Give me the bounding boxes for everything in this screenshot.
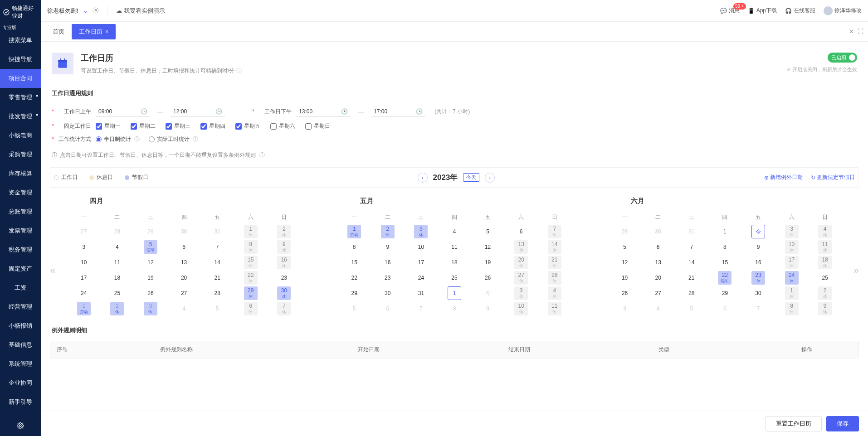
calendar-day[interactable]: 18 xyxy=(110,271,124,285)
sidebar-item-8[interactable]: 资金管理 xyxy=(0,183,41,202)
user-menu[interactable]: 徐泽华修改 xyxy=(824,6,862,15)
tab-home[interactable]: 首页 xyxy=(45,24,72,39)
calendar-day[interactable]: 21 xyxy=(685,271,698,285)
add-exception-link[interactable]: ⊕新增例外日期 xyxy=(764,174,803,181)
calendar-day[interactable]: 5 xyxy=(210,302,224,315)
calendar-day[interactable]: 6 xyxy=(514,225,528,238)
calendar-day[interactable]: 27休 xyxy=(514,271,528,285)
calendar-day[interactable]: 21 xyxy=(210,271,224,285)
sidebar-item-15[interactable]: 小畅报销 xyxy=(0,316,41,335)
calendar-day[interactable]: 30休 xyxy=(277,286,291,300)
update-holiday-link[interactable]: ↻更新法定节假日 xyxy=(811,174,855,181)
weekday-checkbox-3[interactable]: 星期四 xyxy=(200,122,225,130)
calendar-day[interactable]: 11休 xyxy=(818,240,832,254)
calendar-day[interactable]: 15 xyxy=(718,256,731,269)
calendar-day[interactable]: 8 xyxy=(347,240,361,254)
sidebar-item-14[interactable]: 经营管理 xyxy=(0,297,41,316)
calendar-day[interactable]: 10 xyxy=(77,256,91,269)
calendar-day[interactable]: 22休 xyxy=(244,271,258,285)
calendar-day[interactable]: 9休 xyxy=(818,302,832,315)
sidebar-item-5[interactable]: 小畅电商 xyxy=(0,126,41,145)
calendar-day[interactable]: 11 xyxy=(448,240,461,254)
calendar-day[interactable]: 28 xyxy=(685,286,698,300)
sidebar-item-12[interactable]: 固定资产 xyxy=(0,259,41,278)
calendar-day[interactable]: 29 xyxy=(718,286,731,300)
calendar-day[interactable]: 30 xyxy=(651,225,665,238)
weekday-checkbox-6[interactable]: 星期日 xyxy=(305,122,330,130)
calendar-day[interactable]: 15休 xyxy=(244,256,258,269)
service-button[interactable]: 🎧 在线客服 xyxy=(785,7,815,15)
calendar-day[interactable]: 5清明 xyxy=(144,240,157,254)
sidebar-settings-icon[interactable] xyxy=(0,417,41,436)
calendar-day[interactable]: 3休 xyxy=(785,225,799,238)
am-end-input[interactable]: 12:00🕒 xyxy=(171,107,225,117)
sidebar-item-1[interactable]: 快捷导航 xyxy=(0,50,41,69)
calendar-day[interactable]: 19 xyxy=(618,271,632,285)
calendar-day[interactable]: 2休 xyxy=(277,225,291,238)
calendar-day[interactable]: 9休 xyxy=(277,240,291,254)
calendar-day[interactable]: 9 xyxy=(751,240,765,254)
calendar-day[interactable]: 20 xyxy=(177,271,191,285)
calendar-day[interactable]: 13 xyxy=(177,256,191,269)
next-month-button[interactable]: » xyxy=(853,265,859,276)
sidebar-item-2[interactable]: 项目合同 xyxy=(0,69,41,88)
calendar-day[interactable]: 16 xyxy=(381,256,395,269)
calendar-day[interactable]: 8休 xyxy=(785,302,799,315)
sidebar-item-9[interactable]: 总账管理 xyxy=(0,202,41,221)
sidebar-item-10[interactable]: 发票管理 xyxy=(0,221,41,240)
gear-icon[interactable] xyxy=(93,7,99,15)
calendar-day[interactable]: 14休 xyxy=(548,240,561,254)
close-all-icon[interactable]: ✕ xyxy=(849,28,854,35)
calendar-day[interactable]: 12 xyxy=(481,240,495,254)
calendar-day[interactable]: 7 xyxy=(685,240,698,254)
calendar-day[interactable]: 2休 xyxy=(818,286,832,300)
calendar-day[interactable]: 3 xyxy=(77,240,91,254)
calendar-day[interactable]: 17休 xyxy=(785,256,799,269)
calendar-day[interactable]: 14 xyxy=(210,256,224,269)
calendar-day[interactable]: 2休 xyxy=(381,225,395,238)
calendar-day[interactable]: 1 xyxy=(448,286,461,300)
calendar-day[interactable]: 30 xyxy=(381,286,395,300)
calendar-day[interactable]: 5 xyxy=(685,302,698,315)
calendar-day[interactable]: 11 xyxy=(110,256,124,269)
prev-month-button[interactable]: « xyxy=(50,265,55,276)
today-button[interactable]: 今天 xyxy=(463,173,479,182)
am-start-input[interactable]: 09:00🕒 xyxy=(96,107,150,117)
sidebar-item-16[interactable]: 基础信息 xyxy=(0,335,41,354)
calendar-day[interactable]: 25 xyxy=(448,271,461,285)
calendar-day[interactable]: 7休 xyxy=(548,225,561,238)
next-year-button[interactable]: › xyxy=(485,173,495,183)
org-selector[interactable]: 徐老板勿删! ⌄ xyxy=(47,7,99,15)
calendar-day[interactable]: 13 xyxy=(651,256,665,269)
calendar-day[interactable]: 4 xyxy=(177,302,191,315)
calendar-day[interactable]: 26 xyxy=(618,286,632,300)
calendar-day[interactable]: 23 xyxy=(381,271,395,285)
calendar-day[interactable]: 10 xyxy=(414,240,428,254)
calendar-day[interactable]: 9 xyxy=(481,302,495,315)
prev-year-button[interactable]: ‹ xyxy=(418,173,428,183)
calendar-day[interactable]: 3休 xyxy=(144,302,157,315)
calendar-day[interactable]: 19 xyxy=(481,256,495,269)
calendar-day[interactable]: 31 xyxy=(210,225,224,238)
sidebar-item-0[interactable]: 搜索菜单 xyxy=(0,31,41,50)
weekday-checkbox-4[interactable]: 星期五 xyxy=(235,122,260,130)
help-icon[interactable]: ⓘ xyxy=(236,68,242,74)
calendar-day[interactable]: 12 xyxy=(144,256,157,269)
calendar-day[interactable]: 18休 xyxy=(818,256,832,269)
calendar-day[interactable]: 3休 xyxy=(414,225,428,238)
calendar-day[interactable]: 7 xyxy=(414,302,428,315)
sidebar-item-18[interactable]: 企业协同 xyxy=(0,373,41,392)
calendar-day[interactable]: 8 xyxy=(448,302,461,315)
calendar-day[interactable]: 24 xyxy=(77,286,91,300)
calendar-day[interactable]: 22 xyxy=(347,271,361,285)
half-day-radio[interactable]: 半日制统计ⓘ xyxy=(96,136,140,143)
calendar-day[interactable]: 25 xyxy=(818,271,832,285)
help-icon[interactable]: ⓘ xyxy=(134,136,140,143)
calendar-day[interactable]: 7 xyxy=(210,240,224,254)
calendar-day[interactable]: 12 xyxy=(618,256,632,269)
tab-work-calendar[interactable]: 工作日历 × xyxy=(72,24,116,39)
calendar-day[interactable]: 27 xyxy=(77,225,91,238)
calendar-day[interactable]: 3 xyxy=(618,302,632,315)
calendar-day[interactable]: 10休 xyxy=(514,302,528,315)
calendar-day[interactable]: 4 xyxy=(651,302,665,315)
